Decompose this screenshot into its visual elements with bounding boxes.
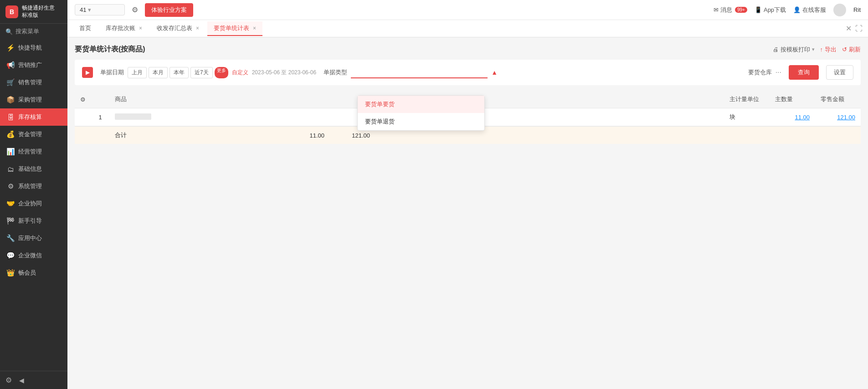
app-download-button[interactable]: 📱 App下载 [755,6,786,14]
sidebar-item-quick-nav[interactable]: ⚡ 快捷导航 [0,39,67,56]
type-label: 单据类型 [324,68,347,77]
export-button[interactable]: ↑ 导出 [820,46,837,54]
tab-batch-label: 库存批次账 [106,24,135,32]
app-label: App下载 [764,6,786,14]
tab-batch[interactable]: 库存批次账 × [99,21,149,36]
topbar-right: ✉ 消息 99+ 📱 App下载 👤 在线客服 Rit [714,4,861,16]
settings-button[interactable]: 设置 [826,65,853,80]
type-chevron-up-icon[interactable]: ▲ [491,69,498,76]
sidebar-item-inventory[interactable]: 🗄 库存核算 [0,108,67,126]
wechat-icon: 💬 [6,251,15,260]
row-price[interactable]: 121.00 [815,108,861,126]
sidebar-item-purchase[interactable]: 📦 采购管理 [0,91,67,108]
sidebar-item-marketing[interactable]: 📢 营销推广 [0,56,67,74]
tab-order-stat-label: 要货单统计表 [214,24,249,32]
topbar-gear-button[interactable]: ⚙ [128,4,141,16]
tab-order-stat[interactable]: 要货单统计表 × [207,21,262,36]
tab-expand-button[interactable]: ⛶ [855,25,863,33]
sidebar-item-finance[interactable]: 💰 资金管理 [0,126,67,143]
sidebar-item-appstore[interactable]: 🔧 应用中心 [0,230,67,247]
tab-order-stat-close[interactable]: × [253,26,256,31]
sidebar-item-member[interactable]: 👑 畅会员 [0,264,67,282]
sidebar-item-label: 企业微信 [18,251,42,260]
sidebar-item-label: 基础信息 [18,165,42,173]
sales-icon: 🛒 [6,78,15,87]
sidebar-item-guide[interactable]: 🏁 新手引导 [0,212,67,230]
export-label: 导出 [825,46,837,54]
date-more-badge[interactable]: 更多 [215,67,228,78]
inventory-icon: 🗄 [6,113,15,121]
user-avatar[interactable] [833,4,846,16]
custom-date-btn[interactable]: 自定义 [232,69,248,77]
filter-expand-button[interactable]: ▶ [82,67,93,78]
date-range-buttons: 上月 本月 本年 近7天 更多 [128,67,228,78]
warehouse-more-button[interactable]: ··· [776,68,781,77]
th-price: 零售金额 [815,91,861,108]
tab-summary-close[interactable]: × [196,26,199,31]
tab-home[interactable]: 首页 [73,21,98,36]
th-setting[interactable]: ⚙ [75,91,91,108]
type-filter-group: 单据类型 ▲ [324,67,741,78]
last-7days-btn[interactable]: 近7天 [190,67,213,78]
sidebar-item-label: 采购管理 [18,96,42,104]
sidebar-item-basic[interactable]: 🗂 基础信息 [0,160,67,178]
online-service-button[interactable]: 👤 在线客服 [793,6,826,14]
row-qty[interactable]: 11.00 [770,108,815,126]
price-link[interactable]: 121.00 [837,114,855,121]
user-name: Rit [853,6,861,13]
print-button[interactable]: 🖨 按模板打印 ▾ [773,46,815,54]
dropdown-item-order[interactable]: 要货单要货 [358,96,484,113]
sidebar-item-wechat[interactable]: 💬 企业微信 [0,247,67,264]
dropdown-item-return[interactable]: 要货单退货 [358,113,484,130]
sidebar-item-system[interactable]: ⚙ 系统管理 [0,178,67,195]
sidebar-search[interactable]: 🔍 搜索菜单 [0,24,67,39]
logo-icon: B [5,5,18,18]
purchase-icon: 📦 [6,96,15,104]
chevron-down-icon: ▾ [88,6,91,13]
search-label: 搜索菜单 [15,27,39,36]
this-month-btn[interactable]: 本月 [149,67,168,78]
tab-close-all-button[interactable]: ✕ [846,24,852,33]
tab-actions: ✕ ⛶ [846,24,863,33]
sidebar-item-operation[interactable]: 📊 经营管理 [0,143,67,160]
system-icon: ⚙ [6,182,15,190]
sidebar-item-label: 企业协同 [18,200,42,208]
sidebar-item-label: 系统管理 [18,182,42,190]
footer-qty: 11.00 [279,132,324,139]
last-month-btn[interactable]: 上月 [128,67,147,78]
qty-link[interactable]: 11.00 [795,114,810,121]
type-select[interactable] [351,67,488,78]
message-badge: 99+ [735,7,747,13]
store-selector[interactable]: 41 ▾ [75,4,125,15]
basic-icon: 🗂 [6,165,15,173]
footer-total-label: 合计 [115,131,233,139]
warehouse-group: 要货仓库 ··· [748,68,781,77]
refresh-icon: ↺ [842,46,847,53]
topbar-left: 41 ▾ ⚙ 体验行业方案 [75,3,708,17]
message-icon: ✉ [714,6,719,13]
enterprise-icon: 🤝 [6,200,15,208]
sidebar-item-enterprise[interactable]: 🤝 企业协同 [0,195,67,212]
tab-home-label: 首页 [79,24,91,32]
sidebar-settings-icon[interactable]: ⚙ [5,376,12,384]
sidebar: B 畅捷通好生意 标准版 🔍 搜索菜单 ⚡ 快捷导航 📢 营销推广 🛒 销售管理… [0,0,67,389]
main: 41 ▾ ⚙ 体验行业方案 ✉ 消息 99+ 📱 App下载 👤 在线客服 Ri… [67,0,868,389]
row-setting [75,108,91,126]
message-button[interactable]: ✉ 消息 99+ [714,6,747,14]
warehouse-label: 要货仓库 [748,68,772,77]
search-icon: 🔍 [5,28,13,35]
tab-batch-close[interactable]: × [139,26,142,31]
refresh-button[interactable]: ↺ 刷新 [842,46,861,54]
tab-summary[interactable]: 收发存汇总表 × [150,21,205,36]
sidebar-item-label: 营销推广 [18,61,42,69]
page-header: 要货单统计表(按商品) 🖨 按模板打印 ▾ ↑ 导出 ↺ 刷新 [75,45,861,54]
export-icon: ↑ [820,46,823,53]
this-year-btn[interactable]: 本年 [169,67,189,78]
industry-button[interactable]: 体验行业方案 [145,3,193,17]
refresh-label: 刷新 [849,46,861,54]
sidebar-bottom: ⚙ ◀ [0,371,67,389]
query-button[interactable]: 查询 [789,65,819,80]
topbar: 41 ▾ ⚙ 体验行业方案 ✉ 消息 99+ 📱 App下载 👤 在线客服 Ri… [67,0,868,20]
sidebar-collapse-icon[interactable]: ◀ [19,377,24,384]
sidebar-item-sales[interactable]: 🛒 销售管理 [0,74,67,91]
